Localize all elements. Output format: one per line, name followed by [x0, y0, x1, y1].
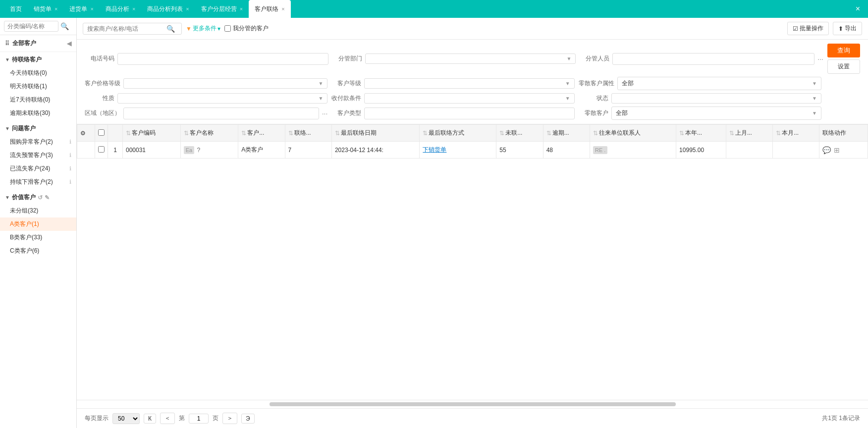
info-icon-abnormal: ℹ — [69, 139, 71, 145]
retail-attr-select[interactable]: 全部 ▼ — [617, 77, 821, 90]
sidebar-item-overdue[interactable]: 逾期未联络(30) — [0, 107, 76, 120]
phone-input[interactable] — [117, 53, 328, 65]
close-goods-analysis-tab[interactable]: × — [132, 6, 135, 12]
my-customers-checkbox[interactable] — [224, 25, 231, 32]
cust-level-label: 客户等级 — [331, 79, 361, 88]
value-customers-title[interactable]: ▼ 价值客户 ↺ ✎ — [0, 191, 76, 204]
page-number-label: 第 — [179, 414, 185, 423]
last-page-button[interactable]: Э — [241, 414, 255, 424]
price-level-label: 客户价格等级 — [85, 79, 120, 88]
chat-icon[interactable]: 💬 — [822, 146, 831, 154]
search-box: 🔍 — [83, 23, 182, 35]
export-button[interactable]: ⬆ 导出 — [833, 22, 862, 35]
dept-select[interactable]: ▼ — [365, 54, 576, 64]
sidebar-item-tomorrow[interactable]: 明天待联络(1) — [0, 80, 76, 93]
settings-icon[interactable]: ⚙ — [80, 130, 86, 137]
sidebar-search-icon[interactable]: 🔍 — [60, 22, 69, 30]
filter-cell-manager: 分管人员 ··· — [580, 53, 823, 65]
first-page-button[interactable]: К — [144, 414, 156, 424]
batch-ops-button[interactable]: ☑ 批量操作 — [787, 22, 829, 35]
row-this-year-cell: 10995.00 — [676, 142, 726, 159]
region-dots-button[interactable]: ··· — [322, 109, 328, 117]
close-goods-analysis-list-tab[interactable]: × — [186, 6, 189, 12]
sidebar-search-input[interactable] — [4, 21, 58, 32]
status-select[interactable]: ▼ — [611, 93, 821, 104]
sidebar-item-a-customers[interactable]: A类客户(1) — [0, 217, 76, 231]
tab-purchase[interactable]: 进货单 × — [63, 0, 99, 18]
edit-icon[interactable]: ✎ — [45, 194, 50, 201]
sidebar-item-today[interactable]: 今天待联络(0) — [0, 66, 76, 80]
setting-button[interactable]: 设置 — [827, 59, 860, 74]
refresh-icon[interactable]: ↺ — [38, 194, 43, 201]
price-level-select[interactable]: ▼ — [123, 78, 327, 89]
filter-cell-cust-type: 客户类型 — [331, 107, 574, 119]
sidebar-item-7days[interactable]: 近7天待联络(0) — [0, 93, 76, 107]
retail-cust-select[interactable]: 全部 ▼ — [611, 107, 821, 120]
more-filters-button[interactable]: ▼ 更多条件 ▾ — [186, 24, 220, 33]
col-year-sort-icon: ⇅ — [679, 130, 684, 137]
col-this-year: ⇅ 本年... — [676, 125, 726, 142]
cust-level-select[interactable]: ▼ — [364, 78, 574, 89]
scroll-track — [270, 402, 676, 406]
page-number-input[interactable] — [189, 414, 209, 424]
filter-cell-region: 区域（地区） ··· — [85, 107, 327, 119]
per-page-select[interactable]: 50 100 200 — [112, 413, 140, 424]
cust-type-input[interactable] — [364, 107, 574, 119]
tab-sales[interactable]: 销货单 × — [28, 0, 63, 18]
close-sales-tab[interactable]: × — [54, 6, 57, 12]
close-all-button[interactable]: × — [852, 2, 864, 15]
pending-contact-title[interactable]: ▼ 待联络客户 — [0, 53, 76, 66]
tab-customer-segment[interactable]: 客户分层经营 × — [195, 0, 249, 18]
col-settings[interactable]: ⚙ — [77, 125, 95, 142]
manager-dots-button[interactable]: ··· — [817, 55, 823, 63]
sidebar: 🔍 ⠿ 全部客户 ◀ ▼ 待联络客户 今天待联络(0) 明天待联络(1) 近7天… — [0, 18, 77, 428]
payment-select[interactable]: ▼ — [364, 93, 574, 104]
problem-customers-title[interactable]: ▼ 问题客户 — [0, 122, 76, 135]
col-category: ⇅ 客户... — [238, 125, 285, 142]
region-input[interactable] — [123, 107, 319, 119]
sidebar-item-ungrouped[interactable]: 未分组(32) — [0, 204, 76, 217]
sidebar-collapse-icon[interactable]: ◀ — [67, 40, 71, 47]
prev-page-button[interactable]: ＜ — [160, 413, 175, 424]
col-last-month-sort-icon: ⇅ — [729, 130, 734, 137]
tab-goods-analysis[interactable]: 商品分析 × — [100, 0, 141, 18]
col-overdue: ⇅ 逾期... — [543, 125, 590, 142]
row-code-cell: 000031 — [123, 142, 181, 159]
filter-cell-price-level: 客户价格等级 ▼ — [85, 78, 327, 89]
sidebar-item-b-customers[interactable]: B类客户(33) — [0, 231, 76, 244]
filter-row-4: 区域（地区） ··· 客户类型 零散客户 全部 ▼ — [85, 107, 860, 120]
payment-label: 收付款条件 — [331, 94, 361, 103]
row-no-contact-cell: 55 — [496, 142, 543, 159]
main-search-icon[interactable]: 🔍 — [166, 25, 175, 33]
row-this-month-cell — [773, 142, 819, 159]
dept-select-arrow: ▼ — [566, 56, 571, 61]
select-all-checkbox[interactable] — [98, 129, 105, 136]
row-checkbox[interactable] — [98, 146, 105, 153]
nature-select[interactable]: ▼ — [117, 93, 327, 104]
sidebar-item-churn-warning[interactable]: 流失预警客户(3) ℹ — [0, 149, 76, 162]
sidebar-item-abnormal-buy[interactable]: 囤购异常客户(2) ℹ — [0, 135, 76, 149]
manager-input[interactable] — [612, 53, 814, 65]
close-customer-segment-tab[interactable]: × — [240, 6, 243, 12]
top-nav: 首页 销货单 × 进货单 × 商品分析 × 商品分析列表 × 客户分层经营 × … — [0, 0, 868, 18]
sidebar-item-declining[interactable]: 持续下滑客户(2) ℹ — [0, 175, 76, 189]
row-actions: 💬 ⊞ — [822, 146, 865, 154]
sidebar-item-churned[interactable]: 已流失客户(24) ℹ — [0, 162, 76, 175]
close-customer-contact-tab[interactable]: × — [281, 6, 284, 12]
query-button[interactable]: 查询 — [827, 44, 860, 57]
main-search-input[interactable] — [87, 25, 166, 32]
col-last-method: ⇅ 最后联络方式 — [420, 125, 496, 142]
scroll-thumb[interactable] — [270, 402, 676, 406]
next-page-button[interactable]: ＞ — [222, 413, 237, 424]
phone-label: 电话号码 — [85, 54, 114, 63]
tab-customer-contact[interactable]: 客户联络 × — [249, 0, 290, 18]
tab-goods-analysis-list[interactable]: 商品分析列表 × — [141, 0, 195, 18]
col-contact-sort-icon: ⇅ — [288, 130, 293, 137]
qr-icon[interactable]: ⊞ — [834, 146, 840, 154]
cust-type-label: 客户类型 — [331, 109, 361, 117]
last-method-link[interactable]: 下销货单 — [423, 146, 446, 153]
close-purchase-tab[interactable]: × — [90, 6, 93, 12]
tab-home[interactable]: 首页 — [4, 0, 28, 18]
filter-bar: 🔍 ▼ 更多条件 ▾ 我分管的客户 ☑ 批量操作 ⬆ 导出 — [77, 18, 868, 40]
sidebar-item-c-customers[interactable]: C类客户(6) — [0, 244, 76, 258]
